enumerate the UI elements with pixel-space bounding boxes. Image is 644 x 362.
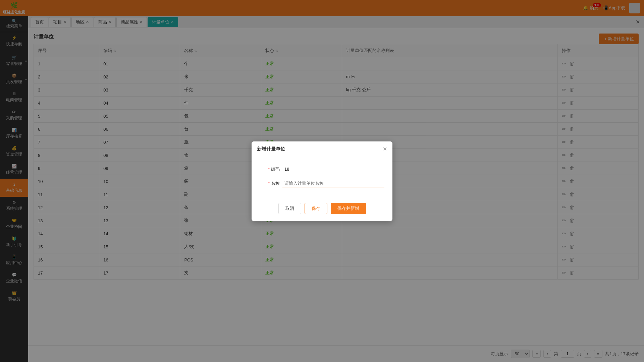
modal-footer: 取消 保存 保存并新增 [252, 199, 392, 221]
cancel-button[interactable]: 取消 [278, 203, 301, 214]
modal-title: 新增计量单位 [257, 146, 285, 152]
name-field-row: 名称 [260, 179, 384, 187]
name-label: 名称 [260, 180, 280, 186]
save-button[interactable]: 保存 [305, 203, 327, 214]
add-unit-modal: 新增计量单位 ✕ 编码 名称 取消 保存 保存并新增 [252, 141, 392, 221]
modal-body: 编码 名称 [252, 157, 392, 199]
modal-header: 新增计量单位 ✕ [252, 141, 392, 157]
modal-overlay[interactable]: 新增计量单位 ✕ 编码 名称 取消 保存 保存并新增 [0, 0, 644, 362]
modal-close-button[interactable]: ✕ [383, 146, 387, 152]
code-label: 编码 [260, 166, 280, 172]
name-input[interactable] [282, 179, 384, 187]
code-input[interactable] [282, 165, 384, 173]
save-new-button[interactable]: 保存并新增 [331, 203, 366, 214]
code-field-row: 编码 [260, 165, 384, 173]
